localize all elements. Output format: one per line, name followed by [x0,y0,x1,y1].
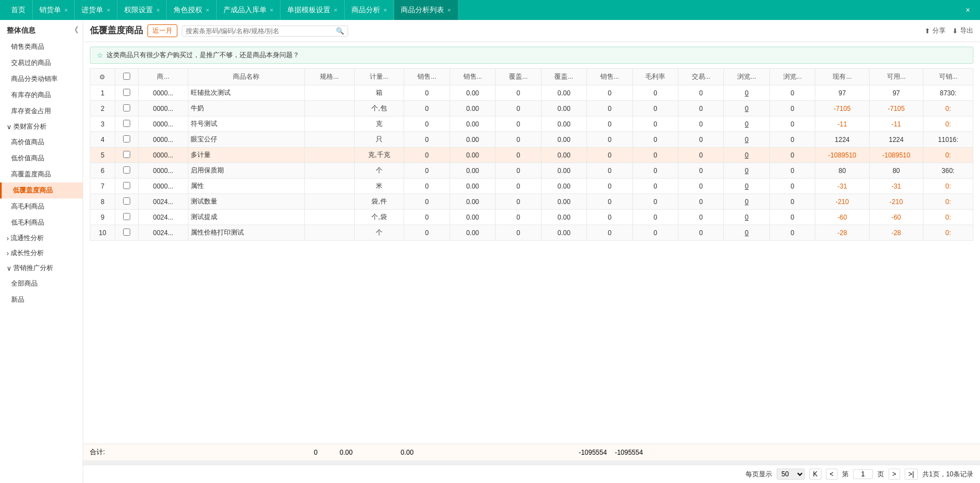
cell-name[interactable]: 属性价格打印测试 [188,225,304,241]
sidebar-item-high-coverage[interactable]: 高覆盖度商品 [0,166,83,182]
th-checkbox[interactable] [115,69,138,85]
cell-checkbox[interactable] [115,163,138,179]
cell-browse1[interactable]: 0 [724,85,769,101]
sidebar-item-all-goods[interactable]: 全部商品 [0,276,83,292]
last-page-button[interactable]: >| [905,469,918,480]
cell-name[interactable]: 牛奶 [188,101,304,116]
th-trade[interactable]: 交易... [678,69,723,85]
horizontal-scrollbar[interactable] [83,460,980,465]
sidebar-section-wealth[interactable]: ∨ 类财富分析 [0,119,83,134]
row-checkbox[interactable] [123,197,130,205]
cell-name[interactable]: 启用保质期 [188,163,304,179]
cell-browse1[interactable]: 0 [724,179,769,194]
sidebar-item-low-gross[interactable]: 低毛利商品 [0,215,83,231]
share-button[interactable]: ⬆ 分享 [925,26,946,35]
th-unit[interactable]: 计量... [354,69,404,85]
nav-tab-home[interactable]: 首页 [4,0,33,20]
cell-checkbox[interactable] [115,148,138,163]
window-close-button[interactable]: × [960,2,976,18]
cell-checkbox[interactable] [115,116,138,132]
sidebar-section-circulation[interactable]: › 流通性分析 [0,231,83,246]
th-sales3[interactable]: 销售... [587,69,632,85]
cell-name[interactable]: 属性 [188,179,304,194]
cell-browse1[interactable]: 0 [724,163,769,179]
th-name[interactable]: 商品名称 [188,69,304,85]
cell-checkbox[interactable] [115,85,138,101]
next-page-button[interactable]: > [889,469,900,480]
th-browse1[interactable]: 浏览... [724,69,769,85]
cell-browse1[interactable]: 0 [724,148,769,163]
th-spec[interactable]: 规格... [304,69,354,85]
sidebar-section-growth[interactable]: › 成长性分析 [0,246,83,261]
row-checkbox[interactable] [123,213,130,220]
sidebar-item-category-rate[interactable]: 商品分类动销率 [0,71,83,87]
th-code[interactable]: 商... [138,69,188,85]
select-all-checkbox[interactable] [123,73,130,80]
close-icon[interactable]: × [384,7,387,13]
th-coverage1[interactable]: 覆盖... [496,69,541,85]
sidebar-item-sales-goods[interactable]: 销售类商品 [0,39,83,55]
th-available-stock[interactable]: 可用... [869,69,923,85]
th-sales-amt[interactable]: 销售... [450,69,495,85]
th-current-stock[interactable]: 现有... [815,69,869,85]
close-icon[interactable]: × [270,7,273,13]
cell-browse1[interactable]: 0 [724,132,769,148]
cell-browse1[interactable]: 0 [724,116,769,132]
nav-tab-permissions[interactable]: 权限设置 × [118,0,167,20]
sidebar-item-inventory-capital[interactable]: 库存资金占用 [0,103,83,119]
date-filter-button[interactable]: 近一月 [147,24,177,37]
search-input[interactable] [186,27,334,35]
nav-tab-product-warehouse[interactable]: 产成品入库单 × [217,0,280,20]
first-page-button[interactable]: K [809,469,821,480]
nav-tab-roles[interactable]: 角色授权 × [167,0,216,20]
nav-tab-product-analysis-list[interactable]: 商品分析列表 × [394,0,458,20]
cell-checkbox[interactable] [115,179,138,194]
row-checkbox[interactable] [123,166,130,174]
cell-browse1[interactable]: 0 [724,101,769,116]
cell-name[interactable]: 测试提成 [188,210,304,225]
row-checkbox[interactable] [123,135,130,143]
cell-name[interactable]: 旺辅批次测试 [188,85,304,101]
search-icon[interactable]: 🔍 [336,27,344,35]
cell-checkbox[interactable] [115,210,138,225]
th-browse2[interactable]: 浏览... [769,69,815,85]
sidebar-item-traded-goods[interactable]: 交易过的商品 [0,55,83,71]
cell-checkbox[interactable] [115,101,138,116]
nav-tab-sales[interactable]: 销货单 × [33,0,75,20]
row-checkbox[interactable] [123,182,130,189]
close-icon[interactable]: × [64,7,68,13]
nav-tab-product-analysis[interactable]: 商品分析 × [345,0,394,20]
th-sales-qty[interactable]: 销售... [404,69,450,85]
row-checkbox[interactable] [123,228,130,236]
cell-name[interactable]: 多计量 [188,148,304,163]
sidebar-item-stocked-goods[interactable]: 有库存的商品 [0,87,83,103]
cell-browse1[interactable]: 0 [724,225,769,241]
close-icon[interactable]: × [334,7,337,13]
sidebar-item-low-coverage[interactable]: 低覆盖度商品 [0,182,83,199]
cell-checkbox[interactable] [115,132,138,148]
sidebar-item-high-gross[interactable]: 高毛利商品 [0,199,83,215]
th-settings[interactable]: ⚙ [90,69,115,85]
sidebar-item-high-value[interactable]: 高价值商品 [0,134,83,150]
sidebar-section-marketing[interactable]: ∨ 营销推广分析 [0,261,83,276]
close-icon[interactable]: × [106,7,110,13]
row-checkbox[interactable] [123,151,130,158]
cell-checkbox[interactable] [115,194,138,210]
sidebar-collapse-button[interactable]: 《 [70,26,78,35]
close-icon[interactable]: × [206,7,209,13]
prev-page-button[interactable]: < [826,469,838,480]
sidebar-item-new-goods[interactable]: 新品 [0,292,83,308]
row-checkbox[interactable] [123,120,130,127]
cell-browse1[interactable]: 0 [724,210,769,225]
nav-tab-template-settings[interactable]: 单据模板设置 × [280,0,344,20]
cell-checkbox[interactable] [115,225,138,241]
page-number-input[interactable] [853,469,873,479]
sidebar-item-low-value[interactable]: 低价值商品 [0,150,83,166]
close-icon[interactable]: × [447,7,451,13]
th-sellable[interactable]: 可销... [923,69,973,85]
cell-name[interactable]: 眼宝公仔 [188,132,304,148]
cell-name[interactable]: 测试数量 [188,194,304,210]
page-size-select[interactable]: 50 20 100 200 [777,469,805,480]
th-gross-rate[interactable]: 毛利率 [632,69,678,85]
cell-name[interactable]: 符号测试 [188,116,304,132]
